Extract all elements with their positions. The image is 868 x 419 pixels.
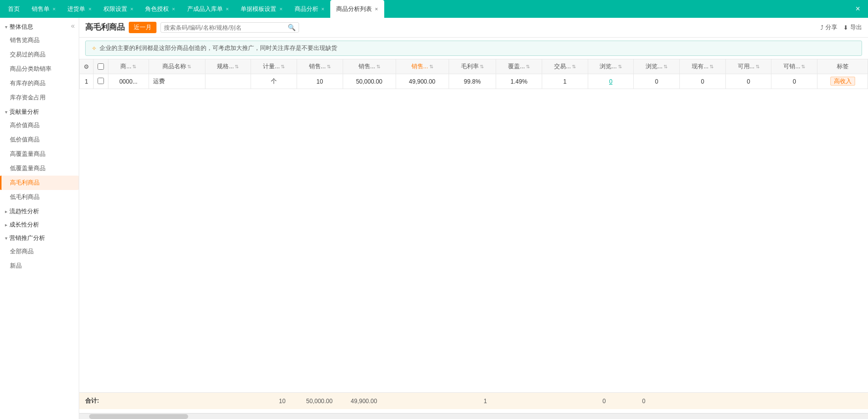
sidebar-item-category-sales-rate[interactable]: 商品分类助销率 [0, 62, 79, 76]
sidebar-group-growth-analysis[interactable]: ▸ 成长性分析 [0, 218, 79, 231]
nav-home[interactable]: 首页 [2, 0, 26, 18]
nav-template-setting[interactable]: 单据模板设置 × [235, 0, 288, 18]
nav-close-purchase-order[interactable]: × [88, 6, 91, 12]
nav-close-template-setting[interactable]: × [279, 6, 282, 12]
nav-product-analysis-list[interactable]: 商品分析列表 × [330, 0, 384, 18]
col-checkbox [94, 59, 108, 74]
cell-checkbox[interactable] [94, 74, 108, 89]
footer-cell-trade-count: 1 [465, 398, 505, 405]
close-all-button[interactable]: × [850, 4, 866, 13]
product-table: ⚙ 商...⇅ 商品名称⇅ 规格...⇅ 计量...⇅ 销售...⇅ 销售...… [79, 59, 868, 89]
sort-icon-sellable: ⇅ [801, 64, 805, 69]
sidebar-item-inventory-capital[interactable]: 库存资金占用 [0, 91, 79, 105]
col-available[interactable]: 可用...⇅ [725, 59, 771, 74]
footer-cell-current-stock: 0 [584, 398, 624, 405]
scrollbar-thumb[interactable] [89, 414, 188, 419]
sidebar-item-low-coverage[interactable]: 低覆盖量商品 [0, 161, 79, 176]
nav-purchase-order[interactable]: 进货单 × [61, 0, 97, 18]
select-all-checkbox[interactable] [98, 63, 104, 70]
col-tag: 标签 [817, 59, 868, 74]
nav-close-product-analysis-list[interactable]: × [375, 6, 378, 12]
nav-close-permission[interactable]: × [130, 6, 133, 12]
sidebar-group-overall-info[interactable]: ▾ 整体信息 [0, 20, 79, 33]
nav-close-product-inbound[interactable]: × [226, 6, 229, 12]
col-code[interactable]: 商...⇅ [108, 59, 149, 74]
sidebar-group-marketing-analysis[interactable]: ▾ 营销推广分析 [0, 231, 79, 244]
col-browse2[interactable]: 浏览...⇅ [634, 59, 680, 74]
col-spec[interactable]: 规格...⇅ [205, 59, 251, 74]
arrow-down-icon: ▾ [5, 24, 7, 30]
row-checkbox[interactable] [98, 78, 104, 84]
col-sales-amount[interactable]: 销售...⇅ [343, 59, 396, 74]
sidebar-item-low-margin[interactable]: 低毛利商品 [0, 190, 79, 204]
horizontal-scrollbar[interactable] [79, 413, 868, 419]
footer-cell-empty10 [703, 398, 743, 405]
table-footer: 合计: 10 50,000.00 49,900.00 1 0 0 [79, 392, 868, 409]
sort-icon-sales-profit: ⇅ [429, 64, 433, 69]
sort-icon-available: ⇅ [756, 64, 760, 69]
col-sales-profit[interactable]: 销售...⇅ [396, 59, 449, 74]
col-sales-qty[interactable]: 销售...⇅ [297, 59, 343, 74]
footer-cell-empty6 [426, 398, 465, 405]
sort-icon-gross-margin: ⇅ [480, 64, 484, 69]
col-unit[interactable]: 计量...⇅ [251, 59, 297, 74]
sidebar: « ▾ 整体信息 销售览商品 交易过的商品 商品分类助销率 有库存的商品 库存资… [0, 18, 79, 419]
search-icon[interactable]: 🔍 [288, 24, 296, 31]
footer-cell-sales-qty: 10 [267, 398, 297, 405]
filter-recent-month-button[interactable]: 近一月 [129, 22, 156, 33]
share-button[interactable]: ⤴ 分享 [820, 23, 837, 32]
nav-close-role-auth[interactable]: × [172, 6, 175, 12]
sidebar-item-in-stock-products[interactable]: 有库存的商品 [0, 76, 79, 91]
nav-close-product-analysis[interactable]: × [321, 6, 324, 12]
cell-current-stock: 0 [680, 74, 726, 89]
search-input[interactable] [164, 24, 288, 31]
arrow-right-icon: ▸ [5, 209, 7, 214]
col-trade-count[interactable]: 交易...⇅ [542, 59, 588, 74]
footer-cell-empty1 [109, 398, 149, 405]
content-area: 高毛利商品 近一月 🔍 ⤴ 分享 ⬇ 导出 ✧ 企业的主要的利润都是这部分商品创… [79, 18, 868, 419]
footer-cells: 10 50,000.00 49,900.00 1 0 0 [109, 398, 862, 405]
nav-sales-order[interactable]: 销售单 × [26, 0, 61, 18]
sidebar-item-traded-products[interactable]: 交易过的商品 [0, 47, 79, 62]
main-layout: « ▾ 整体信息 销售览商品 交易过的商品 商品分类助销率 有库存的商品 库存资… [0, 18, 868, 419]
sidebar-item-low-value[interactable]: 低价值商品 [0, 133, 79, 147]
cell-sales-profit: 49,900.00 [396, 74, 449, 89]
col-coverage[interactable]: 覆盖...⇅ [496, 59, 542, 74]
footer-cell-empty2 [149, 398, 188, 405]
sidebar-collapse-button[interactable]: « [71, 22, 75, 30]
cell-coverage: 1.49% [496, 74, 542, 89]
sidebar-group-trend-analysis[interactable]: ▸ 流趋性分析 [0, 204, 79, 218]
header-right-actions: ⤴ 分享 ⬇ 导出 [820, 23, 862, 32]
col-name[interactable]: 商品名称⇅ [149, 59, 205, 74]
footer-cell-sales-amount: 50,000.00 [297, 398, 342, 405]
footer-cell-available: 0 [624, 398, 664, 405]
footer-cell-empty5 [386, 398, 426, 405]
nav-close-sales-order[interactable]: × [52, 6, 55, 12]
col-settings[interactable]: ⚙ [80, 59, 94, 74]
top-navigation: 首页 销售单 × 进货单 × 权限设置 × 角色授权 × 产成品入库单 × 单据… [0, 0, 868, 18]
sidebar-item-sales-overview[interactable]: 销售览商品 [0, 33, 79, 47]
nav-role-auth[interactable]: 角色授权 × [139, 0, 181, 18]
sort-icon-unit: ⇅ [281, 64, 285, 69]
cell-browse1[interactable]: 0 [588, 74, 634, 89]
page-title: 高毛利商品 [85, 22, 125, 33]
sidebar-group-contribution-analysis[interactable]: ▾ 贡献量分析 [0, 105, 79, 118]
sidebar-item-high-value[interactable]: 高价值商品 [0, 118, 79, 133]
cell-unit: 个 [251, 74, 297, 89]
sidebar-item-high-margin[interactable]: 高毛利商品 [0, 176, 79, 190]
nav-product-analysis[interactable]: 商品分析 × [289, 0, 330, 18]
table-row: 1 0000... 运费 个 10 50,000.00 49,900.00 99… [80, 74, 868, 89]
sidebar-item-high-coverage[interactable]: 高覆盖量商品 [0, 147, 79, 161]
col-current-stock[interactable]: 现有...⇅ [680, 59, 726, 74]
col-sellable[interactable]: 可销...⇅ [771, 59, 817, 74]
export-button[interactable]: ⬇ 导出 [843, 23, 862, 32]
sort-icon-trade-count: ⇅ [572, 64, 576, 69]
nav-product-inbound[interactable]: 产成品入库单 × [181, 0, 235, 18]
sidebar-item-new-products[interactable]: 新品 [0, 259, 79, 273]
col-browse1[interactable]: 浏览...⇅ [588, 59, 634, 74]
cell-browse2: 0 [634, 74, 680, 89]
nav-permission-setting[interactable]: 权限设置 × [98, 0, 139, 18]
sidebar-item-all-products[interactable]: 全部商品 [0, 244, 79, 259]
arrow-right-icon-2: ▸ [5, 222, 7, 228]
col-gross-margin[interactable]: 毛利率⇅ [449, 59, 496, 74]
